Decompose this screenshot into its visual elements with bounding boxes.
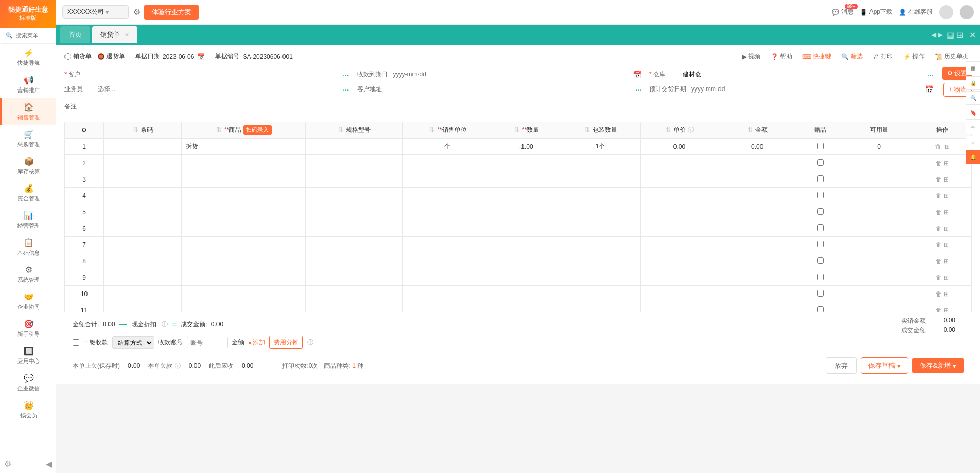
- salesperson-dots-icon[interactable]: ···: [343, 85, 349, 94]
- sidebar-item-marketing[interactable]: 📢 营销推广: [0, 71, 56, 98]
- video-btn[interactable]: ▶ 视频: [739, 51, 764, 62]
- delete-icon[interactable]: 🗑: [935, 160, 942, 167]
- calendar-icon[interactable]: 📅: [197, 53, 205, 60]
- copy-icon[interactable]: ⊞: [944, 241, 949, 249]
- save-new-button[interactable]: 保存&新增 ▾: [912, 358, 964, 373]
- copy-icon[interactable]: ⊞: [945, 143, 950, 150]
- copy-icon[interactable]: ⊞: [944, 176, 949, 183]
- sort-barcode-icon[interactable]: ⇅: [133, 126, 138, 133]
- gift-checkbox[interactable]: [817, 159, 824, 166]
- sidebar-item-enterprise[interactable]: 🤝 企业协同: [0, 288, 56, 315]
- payment-due-input[interactable]: [391, 70, 628, 79]
- float-flag-btn[interactable]: 🔖: [966, 106, 980, 120]
- sort-spec-icon[interactable]: ⇅: [338, 126, 343, 133]
- debt-info-icon[interactable]: ⓘ: [175, 362, 181, 369]
- payment-due-calendar-icon[interactable]: 📅: [633, 71, 641, 79]
- sort-goods-icon[interactable]: ⇅: [216, 126, 222, 133]
- delete-icon[interactable]: 🗑: [935, 307, 942, 312]
- price-info-icon[interactable]: ⓘ: [688, 126, 694, 133]
- radio-return-input[interactable]: [98, 53, 104, 60]
- settings-gear-icon[interactable]: ⚙: [81, 127, 87, 134]
- expected-date-input[interactable]: [689, 84, 920, 94]
- sidebar-item-inventory[interactable]: 📦 库存核算: [0, 152, 56, 179]
- gift-checkbox[interactable]: [817, 306, 824, 312]
- tab-grid-view-icon[interactable]: ▦: [947, 30, 954, 40]
- delete-icon[interactable]: 🗑: [935, 274, 942, 281]
- sidebar-item-member[interactable]: 👑 畅会员: [0, 396, 56, 423]
- sidebar-settings-icon[interactable]: ⚙: [4, 459, 11, 469]
- sidebar-item-basic-info[interactable]: 📋 基础信息: [0, 234, 56, 261]
- one-click-pay-checkbox[interactable]: [73, 339, 79, 346]
- add-payment-button[interactable]: ● 添加: [248, 338, 265, 347]
- gift-checkbox[interactable]: [817, 241, 824, 247]
- message-icon-item[interactable]: 💬 消息 99+: [832, 8, 854, 16]
- sidebar-collapse-icon[interactable]: ◀: [46, 459, 52, 469]
- delete-icon[interactable]: 🗑: [935, 143, 941, 150]
- float-star-btn[interactable]: ☆: [966, 136, 980, 149]
- copy-icon[interactable]: ⊞: [944, 274, 949, 281]
- tab-current[interactable]: 销货单 ×: [92, 26, 137, 43]
- row-price[interactable]: 0.00: [640, 139, 718, 155]
- row-barcode[interactable]: [104, 139, 182, 155]
- discard-button[interactable]: 放弃: [826, 357, 857, 374]
- customer-dots-icon[interactable]: ···: [343, 71, 349, 79]
- float-lock-btn[interactable]: 🔒: [966, 76, 980, 90]
- expected-date-calendar-icon[interactable]: 📅: [925, 85, 934, 94]
- float-expand-btn[interactable]: ▦: [966, 61, 980, 75]
- copy-icon[interactable]: ⊞: [944, 209, 949, 216]
- gift-checkbox[interactable]: [817, 290, 824, 297]
- tab-close-all-icon[interactable]: ✕: [969, 30, 976, 40]
- save-draft-button[interactable]: 保存草稿 ▾: [861, 357, 908, 374]
- help-btn[interactable]: ❓ 帮助: [768, 51, 795, 62]
- delete-icon[interactable]: 🗑: [935, 192, 942, 199]
- history-btn[interactable]: 📜 历史单据: [932, 51, 972, 62]
- delete-icon[interactable]: 🗑: [935, 225, 942, 232]
- gift-checkbox[interactable]: [817, 257, 824, 264]
- tab-home[interactable]: 首页: [60, 26, 90, 43]
- delete-icon[interactable]: 🗑: [935, 290, 942, 298]
- customer-addr-dots-icon[interactable]: ···: [635, 85, 641, 94]
- gift-checkbox[interactable]: [817, 224, 824, 231]
- gift-checkbox[interactable]: [817, 175, 824, 182]
- customer-addr-input[interactable]: [388, 84, 630, 94]
- remarks-input[interactable]: [96, 102, 972, 111]
- save-new-dropdown-icon[interactable]: ▾: [953, 362, 956, 370]
- fee-info-icon[interactable]: ⓘ: [307, 338, 313, 347]
- sort-amount-icon[interactable]: ⇅: [748, 126, 753, 133]
- row-qty[interactable]: -1.00: [492, 139, 560, 155]
- copy-icon[interactable]: ⊞: [944, 225, 949, 232]
- row-spec[interactable]: [306, 139, 403, 155]
- company-selector[interactable]: XXXXXX公司 ▾: [62, 5, 129, 19]
- calc-method-select[interactable]: 结算方式: [112, 336, 154, 349]
- sort-qty-icon[interactable]: ⇅: [514, 126, 519, 133]
- fee-split-button[interactable]: 费用分摊: [269, 336, 303, 349]
- radio-sale-input[interactable]: [64, 53, 71, 60]
- sidebar-item-finance[interactable]: 💰 资金管理: [0, 179, 56, 207]
- delete-icon[interactable]: 🗑: [935, 209, 942, 216]
- app-download-item[interactable]: 📱 App下载: [860, 8, 892, 16]
- sidebar-item-operations[interactable]: 📊 经营管理: [0, 207, 56, 234]
- sort-pkgqty-icon[interactable]: ⇅: [584, 126, 590, 133]
- sidebar-search[interactable]: 🔍 搜索菜单: [0, 28, 56, 44]
- sidebar-item-quick-nav[interactable]: ⚡ 快捷导航: [0, 44, 56, 71]
- sidebar-item-wechat[interactable]: 💬 企业微信: [0, 369, 56, 396]
- operation-btn[interactable]: ⚡ 操作: [900, 51, 928, 62]
- gift-checkbox[interactable]: [817, 208, 824, 215]
- sidebar-item-app-center[interactable]: 🔲 应用中心: [0, 342, 56, 369]
- copy-icon[interactable]: ⊞: [944, 258, 949, 265]
- float-search-btn[interactable]: 🔍: [966, 91, 980, 105]
- print-btn[interactable]: 🖨 打印: [870, 51, 896, 62]
- tab-list-view-icon[interactable]: ⊞: [956, 30, 963, 40]
- sidebar-item-purchase[interactable]: 🛒 采购管理: [0, 125, 56, 152]
- sidebar-item-system[interactable]: ⚙ 系统管理: [0, 261, 56, 288]
- scan-button[interactable]: 扫码录入: [243, 125, 272, 135]
- copy-icon[interactable]: ⊞: [944, 307, 949, 312]
- user-avatar2[interactable]: [960, 5, 974, 19]
- sort-unit-icon[interactable]: ⇅: [429, 126, 434, 133]
- account-input[interactable]: [187, 337, 228, 348]
- copy-icon[interactable]: ⊞: [944, 290, 949, 298]
- delete-icon[interactable]: 🗑: [935, 241, 942, 249]
- sort-price-icon[interactable]: ⇅: [666, 126, 671, 133]
- filter-btn[interactable]: 🔍 筛选: [838, 51, 866, 62]
- sidebar-item-guide[interactable]: 🎯 新手引导: [0, 315, 56, 342]
